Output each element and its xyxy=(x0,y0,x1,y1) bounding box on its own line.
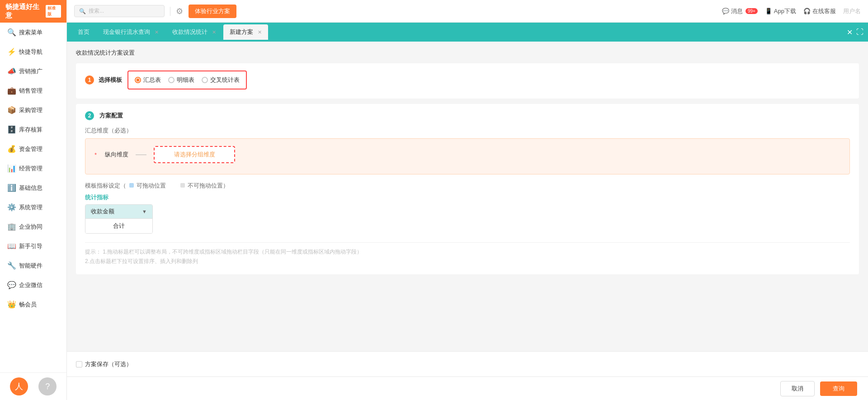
tab-3[interactable]: 新建方案✕ xyxy=(223,24,268,40)
step2-row: 2 方案配置 xyxy=(85,111,850,120)
support-label: 在线客服 xyxy=(812,7,836,15)
radio-circle-2 xyxy=(202,77,208,83)
sidebar-bottom: 人 ? xyxy=(0,372,66,400)
sidebar-item-icon-13: 💬 xyxy=(7,281,15,289)
support-btn[interactable]: 🎧 在线客服 xyxy=(803,7,836,15)
step2-badge: 2 xyxy=(85,111,94,120)
step2-label: 方案配置 xyxy=(99,112,123,120)
sidebar-item-icon-10: 🏢 xyxy=(7,222,15,231)
sidebar-item-5[interactable]: 🗄️库存核算 xyxy=(0,120,66,139)
metric-dropdown-icon-0: ▼ xyxy=(142,209,147,214)
step1-badge: 1 xyxy=(85,75,94,85)
indicator-label: 模板指标设定（ 可拖动位置 不可拖动位置） xyxy=(85,182,850,190)
sidebar-item-11[interactable]: 📖新手引导 xyxy=(0,236,66,256)
required-star: * xyxy=(94,151,97,158)
config-area: 汇总维度（必选） * 纵向维度 —— 请选择分组维度 模板指标设定（ 可拖动位置 xyxy=(85,127,850,265)
indicator-label-text: 模板指标设定（ xyxy=(85,182,126,189)
sidebar-item-label-10: 企业协同 xyxy=(19,223,42,231)
tab-close-2[interactable]: ✕ xyxy=(212,29,216,35)
template-option-1[interactable]: 明细表 xyxy=(168,76,194,84)
template-options: 汇总表明细表交叉统计表 xyxy=(127,71,247,89)
radio-label-0: 汇总表 xyxy=(143,76,161,84)
dim-placeholder[interactable]: 请选择分组维度 xyxy=(154,146,235,163)
sidebar-item-icon-0: 🔍 xyxy=(7,28,15,37)
user-avatar[interactable]: 用户名 xyxy=(843,7,861,15)
sidebar-item-label-14: 畅会员 xyxy=(19,301,37,309)
sidebar-item-icon-12: 🔧 xyxy=(7,261,15,270)
close-window-btn[interactable]: ✕ xyxy=(847,28,853,37)
sidebar-item-icon-5: 🗄️ xyxy=(7,125,15,134)
sidebar-item-7[interactable]: 📊经营管理 xyxy=(0,159,66,178)
sidebar-item-1[interactable]: ⚡快捷导航 xyxy=(0,42,66,61)
logo-text: 畅捷通好生意 xyxy=(5,3,44,20)
sidebar-item-label-11: 新手引导 xyxy=(19,242,42,250)
topbar: 🔍 搜索... ⚙ 体验行业方案 💬 消息 99+ 📱 App下载 🎧 在线客服… xyxy=(67,0,868,23)
metric-header-0[interactable]: 收款金额▼ xyxy=(85,205,152,219)
sidebar-item-3[interactable]: 💼销售管理 xyxy=(0,81,66,100)
template-option-0[interactable]: 汇总表 xyxy=(135,76,161,84)
search-icon: 🔍 xyxy=(79,8,86,14)
step1-row: 1 选择模板 汇总表明细表交叉统计表 xyxy=(85,71,850,89)
sidebar-item-label-9: 系统管理 xyxy=(19,203,42,212)
notification-badge: 99+ xyxy=(745,8,758,14)
sidebar-item-label-12: 智能硬件 xyxy=(19,262,42,270)
step1-inner: 1 选择模板 xyxy=(85,75,122,85)
sidebar-item-icon-4: 📦 xyxy=(7,106,15,114)
download-btn[interactable]: 📱 App下载 xyxy=(765,7,796,15)
sidebar-item-2[interactable]: 📣营销推广 xyxy=(0,61,66,81)
sidebar-item-14[interactable]: 👑畅会员 xyxy=(0,295,66,314)
draggable-legend-dot xyxy=(129,183,134,188)
tabbar: 首页现金银行流水查询✕收款情况统计✕新建方案✕ ✕ ⛶ xyxy=(67,23,868,42)
step1-label: 选择模板 xyxy=(99,76,122,84)
save-checkbox[interactable]: 方案保存（可选） xyxy=(76,360,132,368)
sidebar-item-13[interactable]: 💬企业微信 xyxy=(0,275,66,295)
settings-icon[interactable]: ⚙ xyxy=(176,6,183,16)
sidebar-item-icon-2: 📣 xyxy=(7,67,15,75)
save-checkbox-box[interactable] xyxy=(76,361,82,367)
sidebar-item-icon-14: 👑 xyxy=(7,300,15,309)
notification-label: 消息 xyxy=(731,7,743,15)
sidebar-item-0[interactable]: 🔍搜索菜单 xyxy=(0,23,66,42)
tab-2[interactable]: 收款情况统计✕ xyxy=(166,24,222,40)
query-button[interactable]: 查询 xyxy=(820,381,857,396)
sidebar-item-icon-11: 📖 xyxy=(7,242,15,250)
sidebar-item-label-7: 经营管理 xyxy=(19,165,42,173)
search-box[interactable]: 🔍 搜索... xyxy=(74,5,165,17)
sidebar-item-label-4: 采购管理 xyxy=(19,106,42,114)
tab-close-1[interactable]: ✕ xyxy=(155,29,159,35)
footer: 方案保存（可选） xyxy=(67,351,868,376)
sidebar-item-6[interactable]: 💰资金管理 xyxy=(0,139,66,159)
sidebar-item-label-8: 基础信息 xyxy=(19,184,42,192)
sidebar-logo: 畅捷通好生意 标准版 xyxy=(0,0,66,23)
sidebar-item-8[interactable]: ℹ️基础信息 xyxy=(0,178,66,198)
sidebar-item-12[interactable]: 🔧智能硬件 xyxy=(0,256,66,275)
bottom-bar: 取消 查询 xyxy=(67,376,868,400)
vertical-dim-name: 纵向维度 xyxy=(105,151,128,159)
topbar-divider xyxy=(170,7,170,16)
tab-1[interactable]: 现金银行流水查询✕ xyxy=(97,24,165,40)
sidebar-item-4[interactable]: 📦采购管理 xyxy=(0,100,66,120)
expand-window-btn[interactable]: ⛶ xyxy=(856,28,863,37)
tab-close-3[interactable]: ✕ xyxy=(258,29,262,35)
industry-btn[interactable]: 体验行业方案 xyxy=(189,5,236,18)
tab-0[interactable]: 首页 xyxy=(71,24,96,40)
sidebar-help-btn[interactable]: ? xyxy=(38,377,57,395)
sidebar-item-label-1: 快捷导航 xyxy=(19,48,42,56)
template-option-2[interactable]: 交叉统计表 xyxy=(202,76,240,84)
tabbar-actions: ✕ ⛶ xyxy=(847,28,863,37)
sidebar-item-10[interactable]: 🏢企业协同 xyxy=(0,217,66,236)
metric-header-text-0: 收款金额 xyxy=(91,207,114,216)
metric-cell-0-0: 合计 xyxy=(85,219,152,233)
content-area: 收款情况统计方案设置 1 选择模板 汇总表明细表交叉统计表 2 方案配置 汇总维… xyxy=(67,42,868,351)
sidebar-item-9[interactable]: ⚙️系统管理 xyxy=(0,198,66,217)
sidebar-item-label-2: 营销推广 xyxy=(19,67,42,75)
dimension-zone: * 纵向维度 —— 请选择分组维度 xyxy=(85,138,850,174)
download-label: App下载 xyxy=(774,7,796,15)
notification-btn[interactable]: 💬 消息 99+ xyxy=(722,7,758,15)
sidebar: 畅捷通好生意 标准版 🔍搜索菜单⚡快捷导航📣营销推广💼销售管理📦采购管理🗄️库存… xyxy=(0,0,67,400)
topbar-right: 💬 消息 99+ 📱 App下载 🎧 在线客服 用户名 xyxy=(722,7,861,15)
sidebar-avatar-btn[interactable]: 人 xyxy=(10,377,28,395)
radio-label-1: 明细表 xyxy=(177,76,194,84)
sidebar-item-icon-6: 💰 xyxy=(7,145,15,153)
cancel-button[interactable]: 取消 xyxy=(780,381,815,396)
